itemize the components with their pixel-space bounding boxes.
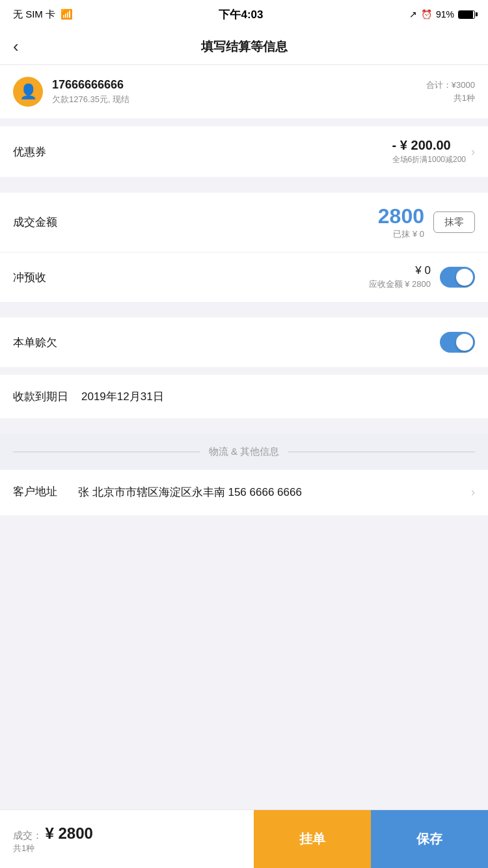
deal-amount-label: 成交金额 [13,215,57,230]
round-button[interactable]: 抹零 [433,211,475,233]
page-title: 填写结算等信息 [201,38,288,55]
logistics-divider: 物流 & 其他信息 [0,434,488,470]
section-divider-3 [0,426,488,434]
coupon-discount: - ¥ 200.00 [392,138,466,153]
deal-amount-right: 2800 已抹 ¥ 0 抹零 [378,204,475,240]
divider-line-right [288,452,475,452]
debt-toggle-knob [456,334,473,351]
customer-left: 👤 17666666666 欠款1276.35元, 现结 [13,77,129,107]
bottom-count: 共1种 [13,843,241,854]
amount-section: 成交金额 2800 已抹 ¥ 0 抹零 冲预收 ¥ 0 应收金额 ¥ 2800 [0,193,488,302]
prepay-right: ¥ 0 应收金额 ¥ 2800 [369,264,475,290]
main-content: 👤 17666666666 欠款1276.35元, 现结 合计：¥3000 共1… [0,65,488,705]
hang-button[interactable]: 挂单 [254,810,371,869]
address-value: 张 北京市市辖区海淀区永丰南 156 6666 6666 [78,484,471,501]
bottom-summary: 成交： ¥ 2800 共1种 [0,824,254,854]
battery-text: 91% [436,9,454,20]
prepay-value-block: ¥ 0 应收金额 ¥ 2800 [369,264,431,290]
status-right: ↗ ⏰ 91% [409,9,475,20]
customer-card: 👤 17666666666 欠款1276.35元, 现结 合计：¥3000 共1… [0,65,488,118]
customer-right: 合计：¥3000 共1种 [426,79,475,104]
toggle-knob [456,269,473,286]
debt-row: 本单赊欠 [0,318,488,367]
debt-label: 本单赊欠 [13,335,57,350]
battery-icon [458,10,475,19]
coupon-label: 优惠券 [13,144,46,159]
coupon-chevron-icon: › [471,145,475,159]
address-label: 客户地址 [13,484,65,499]
already-rounded-text: 已抹 ¥ 0 [378,228,424,240]
gray-spacer [0,523,488,640]
due-date-value: 2019年12月31日 [81,389,164,404]
avatar: 👤 [13,77,43,107]
customer-phone: 17666666666 [52,78,129,92]
prepay-row: 冲预收 ¥ 0 应收金额 ¥ 2800 [0,252,488,302]
coupon-right: - ¥ 200.00 全场6折满1000减200 › [392,138,475,165]
bottom-bar: 成交： ¥ 2800 共1种 挂单 保存 [0,809,488,868]
save-button[interactable]: 保存 [371,810,488,869]
deal-amount-value: 2800 [378,204,424,228]
alarm-icon: ⏰ [421,9,432,20]
section-divider-2 [0,310,488,318]
bottom-amount: ¥ 2800 [45,824,92,842]
deal-amount-row: 成交金额 2800 已抹 ¥ 0 抹零 [0,193,488,252]
status-bar: 无 SIM 卡 📶 下午4:03 ↗ ⏰ 91% [0,0,488,29]
due-date-row: 收款到期日 2019年12月31日 [0,375,488,418]
logistics-label: 物流 & 其他信息 [209,446,279,458]
coupon-row[interactable]: 优惠券 - ¥ 200.00 全场6折满1000减200 › [0,126,488,177]
due-date-label: 收款到期日 [13,389,68,404]
section-divider-1 [0,185,488,193]
prepay-label: 冲预收 [13,270,46,285]
total-label: 合计：¥3000 [426,79,475,91]
carrier-text: 无 SIM 卡 [13,8,55,21]
address-chevron-icon: › [471,485,475,499]
wifi-icon: 📶 [61,8,73,20]
coupon-description: 全场6折满1000减200 [392,154,466,165]
nav-bar: ‹ 填写结算等信息 [0,29,488,65]
location-icon: ↗ [409,9,417,20]
back-button[interactable]: ‹ [8,31,24,62]
bottom-deal-label: 成交： [13,830,42,841]
debt-toggle[interactable] [440,332,475,353]
prepay-toggle[interactable] [440,267,475,288]
divider-line-left [13,452,200,452]
address-row[interactable]: 客户地址 张 北京市市辖区海淀区永丰南 156 6666 6666 › [0,470,488,515]
customer-info: 17666666666 欠款1276.35元, 现结 [52,78,129,105]
status-time: 下午4:03 [219,7,263,22]
prepay-receivable: 应收金额 ¥ 2800 [369,278,431,290]
status-left: 无 SIM 卡 📶 [13,8,73,21]
avatar-icon: 👤 [20,83,37,100]
customer-subtext: 欠款1276.35元, 现结 [52,94,129,105]
total-count: 共1种 [426,92,475,104]
prepay-amount: ¥ 0 [369,264,431,277]
